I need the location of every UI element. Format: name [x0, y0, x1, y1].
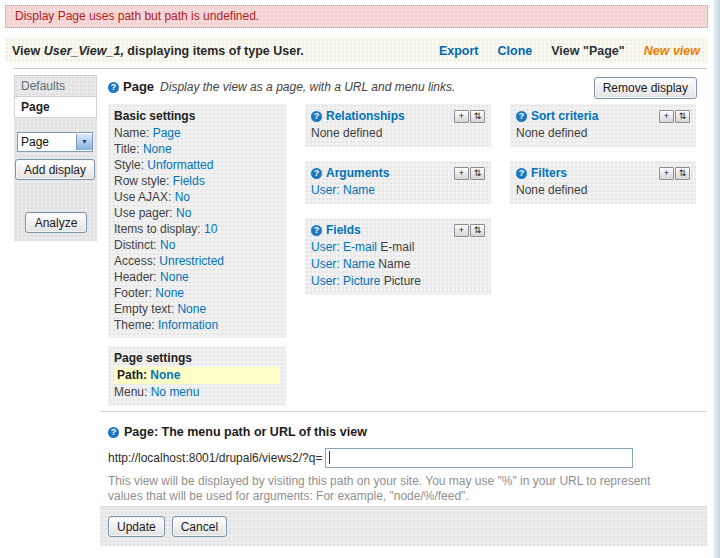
arguments-box: ? Arguments + ⇅ User: Name [305, 161, 491, 204]
right-column: ? Sort criteria + ⇅ None defined ? Filte… [510, 104, 696, 218]
filters-title-link[interactable]: Filters [531, 166, 567, 180]
empty-text: None defined [311, 125, 485, 142]
setting-row: Distinct: No [114, 237, 280, 253]
setting-value-link[interactable]: None [155, 286, 184, 300]
setting-value-link[interactable]: Fields [173, 174, 205, 188]
relationships-box: ? Relationships + ⇅ None defined [305, 104, 491, 147]
help-icon[interactable]: ? [516, 111, 527, 122]
view-header-links: Export Clone View "Page" New view [439, 44, 700, 58]
form-actions: Update Cancel [100, 506, 707, 546]
view-title-prefix: View [12, 44, 44, 58]
display-type-select[interactable]: Page ▼ [17, 132, 93, 152]
box-actions: + ⇅ [454, 167, 485, 180]
view-page-link[interactable]: View "Page" [551, 44, 624, 58]
view-title: View User_View_1, displaying items of ty… [12, 44, 304, 58]
remove-display-button[interactable]: Remove display [594, 77, 697, 99]
add-icon[interactable]: + [659, 167, 674, 180]
add-display-button[interactable]: Add display [15, 159, 95, 180]
view-name: User_View_1, [44, 44, 124, 58]
sort-criteria-box: ? Sort criteria + ⇅ None defined [510, 104, 696, 147]
new-view-link[interactable]: New view [644, 44, 700, 58]
help-icon[interactable]: ? [516, 168, 527, 179]
setting-row: Title: None [114, 141, 280, 157]
setting-value-link[interactable]: None [177, 302, 206, 316]
display-title: Page [123, 79, 154, 94]
field-item: User: E-mail E-mail [311, 239, 485, 256]
setting-value-link[interactable]: No [176, 206, 191, 220]
arguments-title-link[interactable]: Arguments [326, 166, 389, 180]
rearrange-icon[interactable]: ⇅ [470, 224, 485, 237]
relationships-title-link[interactable]: Relationships [326, 109, 405, 123]
display-description: Display the view as a page, with a URL a… [160, 80, 455, 94]
field-item: User: Picture Picture [311, 273, 485, 290]
field-link[interactable]: User: Picture [311, 274, 380, 288]
path-settings-form: ?Page: The menu path or URL of this view… [100, 411, 707, 507]
box-actions: + ⇅ [659, 167, 690, 180]
setting-value-link[interactable]: Page [153, 126, 181, 140]
argument-link[interactable]: User: Name [311, 183, 375, 197]
help-icon[interactable]: ? [311, 168, 322, 179]
add-icon[interactable]: + [454, 224, 469, 237]
add-icon[interactable]: + [454, 167, 469, 180]
setting-value-link[interactable]: No [175, 190, 190, 204]
setting-row: Footer: None [114, 285, 280, 301]
tab-page[interactable]: Page [14, 96, 97, 118]
field-link[interactable]: User: Name [311, 257, 375, 271]
empty-text: None defined [516, 182, 690, 199]
field-link[interactable]: User: E-mail [311, 240, 377, 254]
rearrange-icon[interactable]: ⇅ [675, 167, 690, 180]
display-tabs-sidebar: Defaults Page Page ▼ Add display Analyze [14, 69, 97, 118]
setting-row: Theme: Information [114, 317, 280, 333]
argument-item: User: Name [311, 182, 485, 199]
fields-title-link[interactable]: Fields [326, 223, 361, 237]
url-prefix: http://localhost:8001/drupal6/views2/?q= [108, 451, 322, 465]
path-setting-row: Path: None [114, 367, 280, 384]
empty-text: None defined [516, 125, 690, 142]
clone-link[interactable]: Clone [498, 44, 533, 58]
cancel-button[interactable]: Cancel [172, 516, 227, 537]
setting-row: Use AJAX: No [114, 189, 280, 205]
box-actions: + ⇅ [659, 110, 690, 123]
setting-value-link[interactable]: Unformatted [147, 158, 213, 172]
rearrange-icon[interactable]: ⇅ [470, 110, 485, 123]
path-help-text: This view will be displayed by visiting … [108, 474, 686, 504]
rearrange-icon[interactable]: ⇅ [470, 167, 485, 180]
add-icon[interactable]: + [659, 110, 674, 123]
box-actions: + ⇅ [454, 110, 485, 123]
setting-row: Empty text: None [114, 301, 280, 317]
export-link[interactable]: Export [439, 44, 479, 58]
setting-value-link[interactable]: None [160, 270, 189, 284]
path-value-link[interactable]: None [150, 368, 180, 382]
view-header: View User_View_1, displaying items of ty… [5, 38, 707, 63]
help-icon[interactable]: ? [311, 111, 322, 122]
setting-row: Access: Unrestricted [114, 253, 280, 269]
path-form-heading: ?Page: The menu path or URL of this view [108, 425, 707, 439]
display-header: ?PageDisplay the view as a page, with a … [108, 79, 699, 103]
add-icon[interactable]: + [454, 110, 469, 123]
help-icon[interactable]: ? [108, 82, 119, 93]
update-button[interactable]: Update [108, 516, 165, 537]
chevron-down-icon: ▼ [76, 134, 92, 150]
help-icon[interactable]: ? [311, 225, 322, 236]
url-row: http://localhost:8001/drupal6/views2/?q= [108, 448, 707, 468]
setting-value-link[interactable]: No [160, 238, 175, 252]
setting-row: Style: Unformatted [114, 157, 280, 173]
page-settings-heading: Page settings [114, 349, 280, 367]
rearrange-icon[interactable]: ⇅ [675, 110, 690, 123]
tab-defaults[interactable]: Defaults [14, 75, 97, 96]
menu-value-link[interactable]: No menu [151, 385, 200, 399]
sort-criteria-title-link[interactable]: Sort criteria [531, 109, 598, 123]
page-edge-scroll-area[interactable] [713, 0, 720, 558]
path-input[interactable] [325, 448, 633, 468]
box-actions: + ⇅ [454, 224, 485, 237]
menu-setting-row: Menu: No menu [114, 384, 280, 401]
page-settings-box: Page settings Path: None Menu: No menu [108, 346, 286, 406]
setting-value-link[interactable]: 10 [204, 222, 217, 236]
setting-value-link[interactable]: Information [158, 318, 218, 332]
help-icon[interactable]: ? [108, 427, 119, 438]
setting-value-link[interactable]: Unrestricted [159, 254, 224, 268]
display-type-select-value: Page [18, 135, 76, 149]
analyze-button[interactable]: Analyze [25, 212, 87, 233]
setting-value-link[interactable]: None [143, 142, 172, 156]
fields-box: ? Fields + ⇅ User: E-mail E-mail User: N… [305, 218, 491, 295]
